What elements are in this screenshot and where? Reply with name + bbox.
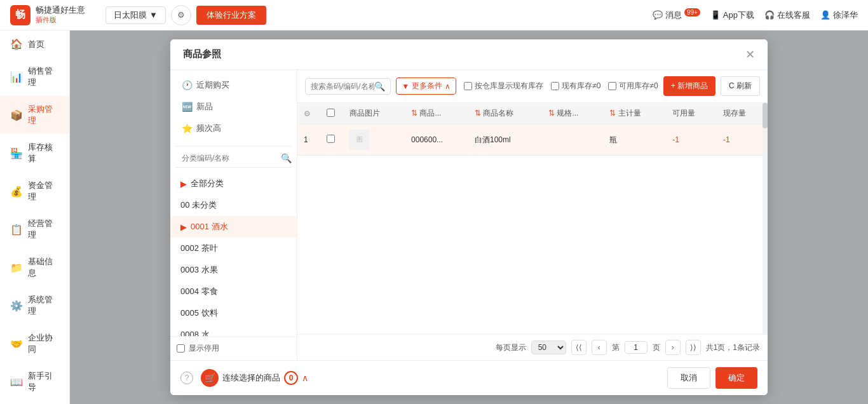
sidebar-item-apps[interactable]: 🖥️ 应用中心 (0, 401, 69, 404)
top-nav: 畅 畅捷通好生意 插件版 日太阳膜 ▼ ⚙ 体验行业方案 💬 消息 99+ 📱 … (0, 0, 868, 30)
filter-nonzero-checkbox[interactable] (551, 82, 559, 90)
row-checkbox[interactable] (327, 135, 335, 143)
category-5[interactable]: 0005 饮料 (170, 302, 297, 324)
user-avatar[interactable]: 👤 徐泽华 (820, 10, 858, 21)
page-size-select[interactable]: 50 10 20 100 (531, 340, 566, 354)
frequent-tab[interactable]: ⭐ 频次高 (175, 118, 292, 138)
sales-icon: 📊 (10, 71, 23, 83)
page-label: 第 (612, 342, 620, 353)
sidebar-item-inventory[interactable]: 🏪 库存核算 (0, 134, 69, 172)
finance-icon: 💰 (10, 185, 23, 198)
divider (175, 146, 292, 147)
category-search-icon[interactable]: 🔍 (281, 153, 292, 163)
page-suffix: 页 (653, 342, 660, 353)
page-total-info: 共1页，1条记录 (706, 342, 760, 353)
prev-page-btn[interactable]: ‹ (592, 340, 607, 355)
sidebar-item-purchase[interactable]: 📦 采购管理 (0, 96, 69, 134)
product-search-bar: 🔍 ▼ 更多条件 ∧ 按仓库显示现有库存 (297, 70, 768, 103)
ops-icon: 📋 (10, 224, 23, 236)
help-icon[interactable]: ? (180, 372, 193, 384)
filter-available-checkbox[interactable] (608, 82, 616, 90)
category-4[interactable]: 0004 零食 (170, 281, 297, 302)
th-name[interactable]: ⇅ 商品名称 (468, 103, 542, 125)
category-0[interactable]: 00 未分类 (170, 194, 297, 216)
th-available: 可用量 (666, 103, 717, 125)
collapse-icon[interactable]: ∧ (302, 373, 308, 383)
avatar-icon: 👤 (820, 10, 831, 20)
app-download-btn[interactable]: 📱 App下载 (710, 10, 754, 21)
guide-icon: 📖 (10, 376, 23, 388)
main-content: 商品参照 ✕ 🕐 近期购买 🆕 新品 (70, 30, 868, 404)
refresh-button[interactable]: C 刷新 (721, 76, 760, 96)
show-disabled-checkbox[interactable] (177, 344, 185, 353)
category-1[interactable]: ▶ 0001 酒水 (170, 216, 297, 238)
cart-icon[interactable]: 🛒 (201, 369, 219, 387)
app-logo-icon: 畅 (10, 5, 31, 25)
pagination-bar: 每页显示 50 10 20 100 ⟨⟨ ‹ 第 页 › ⟩⟩ (297, 334, 768, 360)
page-number-input[interactable] (625, 341, 648, 354)
cancel-button[interactable]: 取消 (667, 367, 710, 389)
modal-close-button[interactable]: ✕ (745, 49, 755, 60)
product-table-wrap: ⚙ 商品图片 ⇅ (297, 103, 768, 334)
scroll-thumb[interactable] (763, 103, 768, 128)
th-code[interactable]: ⇅ 商品... (405, 103, 468, 125)
filter-by-warehouse[interactable]: 按仓库显示现有库存 (464, 81, 543, 91)
modal-title: 商品参照 (183, 48, 221, 60)
filter-nonzero-stock[interactable]: 现有库存≠0 (551, 81, 600, 91)
sidebar-item-operations[interactable]: 📋 经营管理 (0, 210, 69, 248)
category-6[interactable]: 0008 水 (170, 324, 297, 336)
table-row[interactable]: 1 图 (297, 125, 768, 156)
filter-icon: ▼ (402, 82, 409, 91)
modal-header: 商品参照 ✕ (170, 39, 768, 70)
sidebar-item-finance[interactable]: 💰 资金管理 (0, 172, 69, 210)
category-list: ▶ 全部分类 00 未分类 ▶ 0001 酒水 0002 茶叶 (170, 170, 297, 336)
td-code: 000600... (405, 125, 468, 156)
td-stock: -1 (717, 125, 768, 156)
next-page-btn[interactable]: › (665, 340, 681, 355)
company-selector[interactable]: 日太阳膜 ▼ (105, 6, 166, 24)
th-unit[interactable]: ⇅ 主计量 (603, 103, 666, 125)
category-3[interactable]: 0003 水果 (170, 259, 297, 281)
sort-arrows: ⇅ (411, 109, 417, 118)
product-search-input[interactable] (311, 82, 374, 91)
confirm-button[interactable]: 确定 (715, 367, 757, 389)
sidebar-item-home[interactable]: 🏠 首页 (0, 30, 69, 58)
arrow-icon-1: ▶ (180, 222, 187, 232)
category-2[interactable]: 0002 茶叶 (170, 238, 297, 259)
logo-area: 畅 畅捷通好生意 插件版 (10, 5, 93, 25)
product-search-icon[interactable]: 🔍 (374, 81, 385, 91)
filter-warehouse-checkbox[interactable] (464, 82, 472, 90)
footer-buttons: 取消 确定 (667, 367, 757, 389)
product-thumbnail: 图 (349, 130, 370, 150)
search-actions: + 新增商品 C 刷新 (663, 76, 760, 96)
trial-btn[interactable]: 体验行业方案 (196, 6, 266, 25)
td-spec (542, 125, 603, 156)
first-page-btn[interactable]: ⟨⟨ (571, 340, 587, 355)
sidebar-item-system[interactable]: ⚙️ 系统管理 (0, 286, 69, 325)
category-all[interactable]: ▶ 全部分类 (170, 173, 297, 194)
online-service-btn[interactable]: 🎧 在线客服 (764, 10, 810, 21)
sort-arrows-unit: ⇅ (609, 109, 616, 118)
th-settings[interactable]: ⚙ (297, 103, 320, 125)
last-page-btn[interactable]: ⟩⟩ (686, 340, 701, 355)
modal-left-panel: 🕐 近期购买 🆕 新品 ⭐ 频次高 (170, 70, 297, 360)
new-products-tab[interactable]: 🆕 新品 (175, 97, 292, 117)
sidebar-item-basic[interactable]: 📁 基础信息 (0, 248, 69, 286)
scrollbar[interactable] (763, 103, 768, 334)
sidebar-item-guide[interactable]: 📖 新手引导 (0, 363, 69, 401)
chevron-up-icon: ∧ (445, 82, 451, 91)
add-product-button[interactable]: + 新增商品 (663, 76, 715, 96)
star-icon: ⭐ (182, 123, 193, 133)
sidebar-item-sales[interactable]: 📊 销售管理 (0, 58, 69, 96)
column-settings-icon[interactable]: ⚙ (304, 109, 311, 118)
filter-nonzero-available[interactable]: 可用库存≠0 (608, 81, 658, 91)
more-filter-btn[interactable]: ▼ 更多条件 ∧ (396, 77, 456, 95)
th-spec[interactable]: ⇅ 规格... (542, 103, 603, 125)
category-search-input[interactable] (182, 154, 277, 163)
show-disabled-label[interactable]: 显示停用 (177, 343, 290, 354)
recent-purchase-tab[interactable]: 🕐 近期购买 (175, 75, 292, 95)
settings-icon[interactable]: ⚙ (171, 5, 191, 25)
messages-btn[interactable]: 💬 消息 99+ (653, 10, 700, 21)
sidebar-item-enterprise[interactable]: 🤝 企业协同 (0, 325, 69, 363)
select-all-checkbox[interactable] (327, 109, 335, 117)
